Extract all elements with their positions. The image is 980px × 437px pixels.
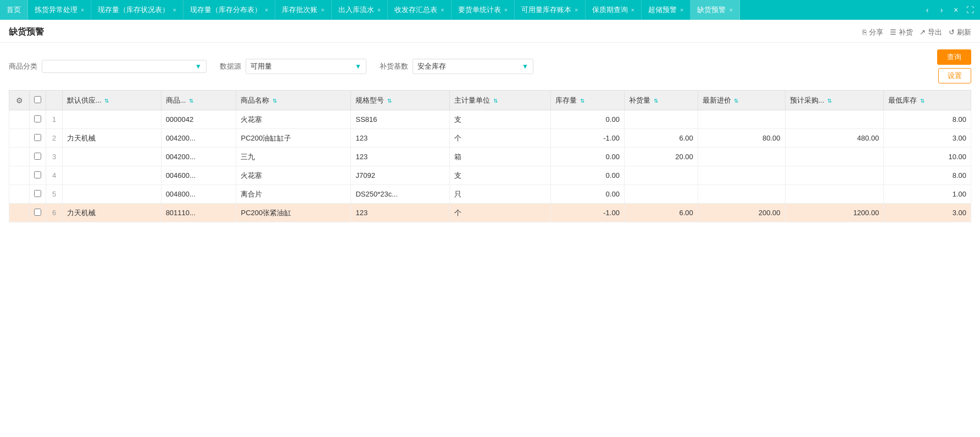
- col-min-stock-label: 最低库存: [888, 96, 917, 104]
- row-checkbox-cell[interactable]: [30, 110, 46, 129]
- col-product-code[interactable]: 商品... ⇅: [161, 91, 236, 110]
- row-checkbox[interactable]: [34, 153, 41, 160]
- nav-tab-home-label: 首页: [7, 5, 21, 15]
- header-actions: ⎘ 分享 ☰ 补货 ↗ 导出 ↺ 刷新: [862, 27, 971, 37]
- nav-tab-expiry-close[interactable]: ×: [631, 7, 634, 13]
- column-settings-icon[interactable]: ⚙: [14, 95, 25, 106]
- row-replenish: 6.00: [624, 129, 698, 148]
- nav-fullscreen-button[interactable]: ⛶: [964, 3, 977, 16]
- nav-tab-picking-close[interactable]: ×: [81, 7, 84, 13]
- datasource-select[interactable]: 可用量 ▼: [246, 59, 366, 74]
- share-label: 分享: [869, 27, 883, 37]
- row-min-stock: 8.00: [884, 166, 971, 185]
- row-checkbox-cell[interactable]: [30, 204, 46, 222]
- nav-tab-available-close[interactable]: ×: [575, 7, 578, 13]
- col-est-purchase-sort: ⇅: [827, 98, 832, 104]
- row-checkbox[interactable]: [34, 209, 41, 216]
- nav-tab-requisition-close[interactable]: ×: [504, 7, 508, 13]
- row-unit: 支: [450, 110, 551, 129]
- page-header: 缺货预警 ⎘ 分享 ☰ 补货 ↗ 导出 ↺ 刷新: [0, 20, 980, 43]
- replenish-base-value: 安全库存: [417, 61, 446, 71]
- col-settings[interactable]: ⚙: [9, 91, 30, 110]
- nav-tab-home[interactable]: 首页: [0, 0, 28, 20]
- nav-next-button[interactable]: ›: [935, 3, 948, 16]
- replenish-base-select[interactable]: 安全库存 ▼: [413, 59, 533, 74]
- nav-tab-summary-close[interactable]: ×: [441, 7, 444, 13]
- row-latest-price: 80.00: [698, 129, 785, 148]
- query-button[interactable]: 查询: [937, 49, 971, 65]
- row-settings-cell: [9, 166, 30, 185]
- nav-tab-inventory-dist-close[interactable]: ×: [265, 7, 268, 13]
- col-latest-price[interactable]: 最新进价 ⇅: [698, 91, 785, 110]
- row-checkbox[interactable]: [34, 134, 41, 141]
- row-num: 5: [46, 185, 63, 204]
- col-est-purchase-label: 预计采购...: [790, 96, 825, 104]
- nav-tab-shortage-close[interactable]: ×: [729, 7, 732, 13]
- nav-tab-batch-close[interactable]: ×: [321, 7, 324, 13]
- row-checkbox[interactable]: [34, 190, 41, 197]
- row-checkbox[interactable]: [34, 171, 41, 178]
- row-supplier: 力天机械: [63, 204, 162, 222]
- settings-button[interactable]: 设置: [938, 68, 971, 83]
- nav-tab-overstock[interactable]: 超储预警 ×: [642, 0, 691, 20]
- row-stock: -1.00: [551, 204, 625, 222]
- nav-tab-inventory-dist[interactable]: 现存量（库存分布表） ×: [183, 0, 275, 20]
- nav-tab-flow[interactable]: 出入库流水 ×: [332, 0, 388, 20]
- nav-tab-overstock-close[interactable]: ×: [680, 7, 683, 13]
- nav-tab-inventory-status-close[interactable]: ×: [172, 7, 176, 13]
- filter-actions: 查询 设置: [937, 49, 971, 83]
- row-spec: 123: [351, 129, 450, 148]
- category-select[interactable]: ▼: [42, 60, 207, 73]
- replenish-button[interactable]: ☰ 补货: [890, 27, 913, 37]
- refresh-button[interactable]: ↺ 刷新: [949, 27, 971, 37]
- row-checkbox-cell[interactable]: [30, 166, 46, 185]
- share-button[interactable]: ⎘ 分享: [862, 27, 883, 37]
- col-unit[interactable]: 主计量单位 ⇅: [450, 91, 551, 110]
- row-checkbox[interactable]: [34, 115, 41, 122]
- nav-tab-requisition[interactable]: 要货单统计表 ×: [452, 0, 515, 20]
- row-product-name: 火花塞: [236, 166, 351, 185]
- nav-prev-button[interactable]: ‹: [921, 3, 934, 16]
- nav-tab-summary[interactable]: 收发存汇总表 ×: [388, 0, 451, 20]
- col-spec[interactable]: 规格型号 ⇅: [351, 91, 450, 110]
- row-spec: DS250*23c...: [351, 185, 450, 204]
- row-product-code: 004600...: [161, 166, 236, 185]
- col-stock[interactable]: 库存量 ⇅: [551, 91, 625, 110]
- table-row: 5 004800... 离合片 DS250*23c... 只 0.00 1.00: [9, 185, 971, 204]
- row-checkbox-cell[interactable]: [30, 185, 46, 204]
- nav-tab-requisition-label: 要货单统计表: [458, 5, 501, 15]
- nav-tab-batch-label: 库存批次账: [282, 5, 318, 15]
- select-all-checkbox[interactable]: [34, 96, 41, 103]
- row-num: 3: [46, 148, 63, 166]
- category-filter: 商品分类 ▼: [9, 60, 207, 73]
- col-product-name[interactable]: 商品名称 ⇅: [236, 91, 351, 110]
- nav-tab-picking[interactable]: 拣货异常处理 ×: [28, 0, 91, 20]
- col-replenish[interactable]: 补货量 ⇅: [624, 91, 698, 110]
- row-replenish: 20.00: [624, 148, 698, 166]
- col-est-purchase[interactable]: 预计采购... ⇅: [785, 91, 884, 110]
- col-default-supplier[interactable]: 默认供应... ⇅: [63, 91, 162, 110]
- row-checkbox-cell[interactable]: [30, 129, 46, 148]
- col-stock-sort: ⇅: [580, 98, 584, 104]
- col-min-stock[interactable]: 最低库存 ⇅: [884, 91, 971, 110]
- nav-tab-expiry[interactable]: 保质期查询 ×: [586, 0, 642, 20]
- share-icon: ⎘: [862, 28, 867, 36]
- export-button[interactable]: ↗ 导出: [920, 27, 942, 37]
- nav-tab-inventory-status[interactable]: 现存量（库存状况表） ×: [91, 0, 183, 20]
- nav-tab-flow-close[interactable]: ×: [377, 7, 381, 13]
- nav-tab-shortage[interactable]: 缺货预警 ×: [691, 0, 739, 20]
- col-checkbox-all[interactable]: [30, 91, 46, 110]
- nav-tab-batch[interactable]: 库存批次账 ×: [275, 0, 331, 20]
- row-settings-cell: [9, 204, 30, 222]
- row-est-purchase: [785, 166, 884, 185]
- col-product-name-sort: ⇅: [272, 98, 277, 104]
- row-est-purchase: [785, 110, 884, 129]
- col-replenish-sort: ⇅: [654, 98, 658, 104]
- row-stock: 0.00: [551, 110, 625, 129]
- refresh-label: 刷新: [957, 27, 971, 37]
- nav-close-button[interactable]: ×: [949, 3, 962, 16]
- row-min-stock: 8.00: [884, 110, 971, 129]
- row-checkbox-cell[interactable]: [30, 148, 46, 166]
- nav-tab-available[interactable]: 可用量库存账本 ×: [515, 0, 585, 20]
- table-row: 1 0000042 火花塞 SS816 支 0.00 8.00: [9, 110, 971, 129]
